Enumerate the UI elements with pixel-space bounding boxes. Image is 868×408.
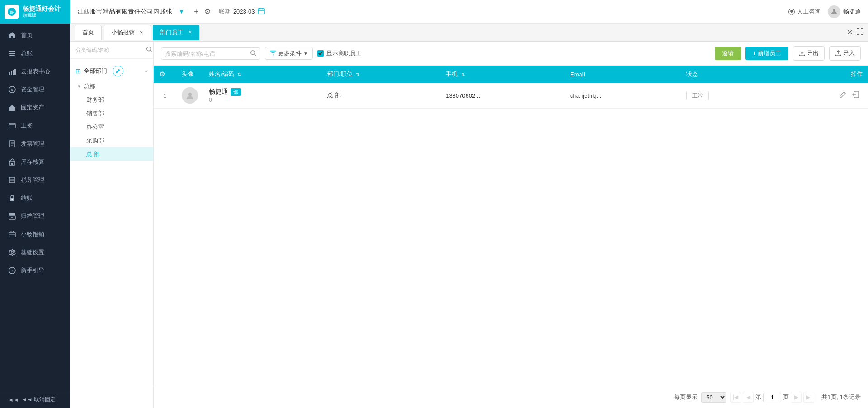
table-settings-icon[interactable]: ⚙ [159, 70, 165, 78]
sidebar-item-expense[interactable]: 小畅报销 [0, 225, 70, 243]
support-button[interactable]: 人工咨询 [788, 8, 821, 16]
sidebar-item-inventory[interactable]: 库存核算 [0, 153, 70, 171]
svg-rect-33 [258, 9, 264, 14]
sidebar-nav: 首页 总账 云报表中心 ¥ 资金管理 固定资产 [0, 24, 70, 391]
add-employee-button[interactable]: + 新增员工 [745, 47, 788, 60]
page-size-select[interactable]: 50 10 20 100 [701, 392, 726, 403]
dept-search-icon[interactable] [146, 46, 152, 54]
page-last-button[interactable]: ▶| [803, 392, 814, 403]
employee-search-input[interactable] [165, 50, 247, 57]
svg-line-41 [255, 54, 256, 56]
page-prev-button[interactable]: ◀ [743, 392, 754, 403]
col-status-label: 状态 [686, 71, 698, 77]
toolbar-right: 邀请 + 新增员工 导出 导入 [715, 46, 861, 61]
row-employee-name: 畅捷通 部 [209, 88, 316, 96]
sidebar-item-reports[interactable]: 云报表中心 [0, 62, 70, 81]
dept-group-label: 总部 [84, 82, 95, 90]
employee-search-icon[interactable] [250, 50, 256, 57]
employee-data-table: ⚙ 头像 姓名/编码 ⇅ 部门/职位 ⇅ [154, 66, 868, 109]
tab-expand-icon[interactable]: ⛶ [856, 28, 863, 37]
sidebar-item-payroll[interactable]: 工资 [0, 117, 70, 135]
row-name-cell: 畅捷通 部 0 [203, 83, 322, 109]
tab-department[interactable]: 部门员工 ✕ [153, 25, 199, 40]
dept-finance-label: 财务部 [86, 96, 104, 103]
svg-text:?: ? [11, 269, 14, 273]
sidebar-item-home[interactable]: 首页 [0, 26, 70, 44]
sidebar-item-assets[interactable]: 固定资产 [0, 99, 70, 117]
tab-expense-label: 小畅报销 [111, 28, 135, 37]
svg-point-25 [12, 199, 13, 200]
sidebar-item-ledger[interactable]: 总账 [0, 44, 70, 62]
employee-table: ⚙ 头像 姓名/编码 ⇅ 部门/职位 ⇅ [154, 66, 868, 386]
add-company-icon[interactable]: ＋ [193, 7, 200, 16]
tab-expense-close-icon[interactable]: ✕ [139, 29, 143, 35]
tab-home[interactable]: 首页 [75, 25, 102, 40]
sidebar-item-label-closing: 结账 [21, 194, 33, 202]
show-resigned-checkbox[interactable] [317, 50, 324, 57]
company-settings-icon[interactable]: ⚙ [204, 7, 211, 16]
dept-edit-icon[interactable] [113, 66, 123, 76]
tab-expense[interactable]: 小畅报销 ✕ [104, 25, 151, 40]
capital-icon: ¥ [8, 85, 16, 94]
dept-collapse-icon[interactable]: « [145, 68, 148, 74]
filter-button[interactable]: 更多条件 ▼ [265, 47, 313, 60]
period-value: 2023-03 [233, 8, 255, 15]
tab-department-close-icon[interactable]: ✕ [188, 29, 192, 35]
tab-close-action-icon[interactable]: ✕ [847, 28, 853, 37]
sidebar-item-label-inventory: 库存核算 [21, 158, 44, 166]
sidebar-item-label-archive: 归档管理 [21, 212, 44, 220]
col-phone[interactable]: 手机 ⇅ [440, 66, 565, 83]
dept-all-button[interactable]: ⊞ 全部部门 « [70, 62, 153, 80]
dept-child-finance[interactable]: 财务部 [70, 93, 153, 107]
company-dropdown-icon[interactable]: ▼ [179, 8, 184, 15]
sidebar-item-closing[interactable]: 结账 [0, 189, 70, 207]
invite-button[interactable]: 邀请 [715, 47, 741, 60]
page-input-wrap: 第 页 [755, 393, 789, 402]
unpin-button[interactable]: ◄◄ ◄◄ 取消固定 [8, 396, 62, 403]
svg-rect-11 [9, 108, 15, 111]
dept-group-header[interactable]: 总部 [70, 80, 153, 93]
col-dept[interactable]: 部门/职位 ⇅ [322, 66, 440, 83]
payroll-icon [8, 122, 16, 130]
dept-search-input[interactable] [75, 47, 143, 53]
main-area: 江西服宝精品有限责任公司内账张 ▼ ＋ ⚙ 账期 2023-03 人工咨询 畅捷… [70, 0, 868, 408]
employee-toolbar: 更多条件 ▼ 显示离职员工 邀请 + 新增员工 导出 导入 [154, 42, 868, 66]
logout-button[interactable] [852, 92, 859, 100]
archive-icon [8, 212, 16, 220]
closing-icon [8, 194, 16, 202]
page-input[interactable] [763, 393, 781, 402]
dept-child-purchasing[interactable]: 采购部 [70, 134, 153, 147]
svg-rect-20 [11, 163, 13, 165]
sidebar-item-guide[interactable]: ? 新手引导 [0, 261, 70, 280]
col-avatar: 头像 [176, 66, 203, 83]
dept-child-general[interactable]: 总 部 [70, 147, 153, 161]
dept-child-sales[interactable]: 销售部 [70, 107, 153, 120]
tab-home-label: 首页 [82, 28, 94, 37]
svg-rect-4 [9, 55, 15, 56]
svg-text:好: 好 [9, 10, 14, 14]
sidebar-item-invoice[interactable]: 发票管理 [0, 135, 70, 153]
dept-child-office[interactable]: 办公室 [70, 120, 153, 134]
page-next-button[interactable]: ▶ [791, 392, 802, 403]
calendar-icon[interactable] [258, 7, 265, 16]
sidebar-item-settings[interactable]: 基础设置 [0, 243, 70, 261]
show-resigned-toggle[interactable]: 显示离职员工 [317, 49, 362, 57]
row-email: chanjethkj... [565, 83, 681, 109]
topbar-right: 人工咨询 畅捷通 [788, 5, 861, 18]
expense-icon [8, 230, 16, 238]
sidebar-item-tax[interactable]: 税务管理 [0, 171, 70, 189]
employee-search-box[interactable] [161, 47, 260, 60]
sidebar-item-archive[interactable]: 归档管理 [0, 207, 70, 225]
svg-point-45 [188, 93, 192, 96]
svg-rect-5 [9, 72, 10, 75]
sidebar-item-capital[interactable]: ¥ 资金管理 [0, 81, 70, 99]
col-phone-label: 手机 [446, 71, 458, 77]
user-menu[interactable]: 畅捷通 [828, 5, 861, 18]
import-button[interactable]: 导入 [829, 46, 861, 61]
export-button[interactable]: 导出 [793, 46, 825, 61]
app-edition: 旗舰版 [23, 12, 61, 19]
page-first-button[interactable]: |◀ [730, 392, 741, 403]
edit-button[interactable] [839, 92, 848, 100]
col-name[interactable]: 姓名/编码 ⇅ [203, 66, 322, 83]
sidebar-item-label-guide: 新手引导 [21, 266, 44, 275]
